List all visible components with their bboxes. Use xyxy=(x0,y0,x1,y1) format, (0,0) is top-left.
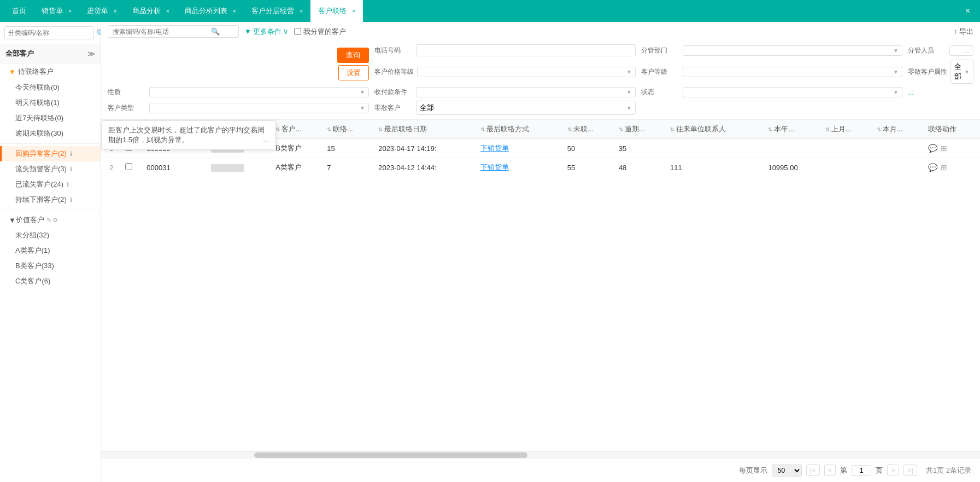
setting-button[interactable]: 设置 xyxy=(338,65,369,80)
col-uncontacted[interactable]: 未联... xyxy=(564,120,615,139)
col-overdue[interactable]: 逾期... xyxy=(615,120,667,139)
search-input[interactable] xyxy=(113,28,211,36)
nav-sales[interactable]: 销货单 × xyxy=(34,0,79,22)
manager-select[interactable]: ... xyxy=(949,45,973,56)
cust-grade-select[interactable]: ▼ xyxy=(683,67,902,77)
sidebar-item-churned[interactable]: 已流失客户(24) ℹ xyxy=(0,177,101,192)
sidebar-item-7days[interactable]: 近7天待联络(0) xyxy=(0,111,101,126)
retail-cust-arrow-icon: ▼ xyxy=(626,105,632,111)
value-settings-icon[interactable]: ⚙ xyxy=(52,217,58,224)
nav-product-analysis[interactable]: 商品分析 × xyxy=(125,0,177,22)
nav-customer-contact-close[interactable]: × xyxy=(352,8,355,14)
value-customers-label: 价值客户 xyxy=(16,215,44,225)
current-page-input[interactable] xyxy=(852,465,871,476)
sidebar-item-overdue[interactable]: 逾期未联络(30) xyxy=(0,126,101,141)
sidebar-search-area: 🔍 xyxy=(0,22,101,44)
query-button[interactable]: 查询 xyxy=(337,48,369,63)
sidebar-item-a-class[interactable]: A类客户(1) xyxy=(0,243,101,258)
nav-product-analysis-close[interactable]: × xyxy=(166,8,169,14)
col-contact-count[interactable]: 联络... xyxy=(324,120,375,139)
row-1-chat-icon[interactable]: 💬 xyxy=(928,144,937,153)
last-method-link-1[interactable]: 下销货单 xyxy=(480,144,509,152)
export-button[interactable]: ↑ 导出 xyxy=(954,27,974,37)
row-code-2: 000031 xyxy=(143,158,208,177)
dept-select[interactable]: ▼ xyxy=(683,45,902,56)
sidebar-item-churn-warning[interactable]: 流失预警客户(3) ℹ xyxy=(0,161,101,177)
status-arrow-icon: ▼ xyxy=(893,89,899,95)
nav-home[interactable]: 首页 xyxy=(4,0,34,22)
phone-input[interactable] xyxy=(416,44,636,56)
value-edit-icon[interactable]: ✎ xyxy=(46,217,51,224)
sidebar-group-value-customers[interactable]: ▼ 价值客户 ✎ ⚙ xyxy=(0,212,101,228)
nav-purchase[interactable]: 进货单 × xyxy=(79,0,125,22)
col-last-date[interactable]: 最后联络日期 xyxy=(375,120,477,139)
price-grade-select[interactable]: ▼ xyxy=(417,67,636,77)
prev-page-button[interactable]: < xyxy=(824,464,836,476)
cust-grade-arrow-icon: ▼ xyxy=(893,69,899,75)
filter-department: 分管部门 ▼ xyxy=(641,45,902,56)
retail-property-select[interactable]: 全部▼ xyxy=(950,60,973,84)
sidebar-item-today[interactable]: 今天待联络(0) xyxy=(0,80,101,95)
my-customers-checkbox-label[interactable]: 我分管的客户 xyxy=(294,27,346,37)
sidebar-item-tomorrow[interactable]: 明天待联络(1) xyxy=(0,95,101,111)
payment-select[interactable]: ▼ xyxy=(416,87,636,97)
retail-cust-select[interactable]: 全部▼ xyxy=(416,101,636,115)
col-last-month[interactable]: 上月... xyxy=(822,120,873,139)
sidebar-search-input[interactable] xyxy=(4,26,94,39)
sidebar-group-pending[interactable]: ▼ 待联络客户 xyxy=(0,63,101,80)
sidebar-item-ungrouped[interactable]: 未分组(32) xyxy=(0,228,101,243)
nav-customer-segment[interactable]: 客户分层经营 × xyxy=(244,0,310,22)
col-grade[interactable]: 客户... xyxy=(272,120,324,139)
filter-icon: ▼ xyxy=(244,27,251,36)
sidebar-search-button[interactable]: 🔍 xyxy=(96,29,101,37)
my-customers-checkbox[interactable] xyxy=(294,28,301,35)
nav-customer-segment-close[interactable]: × xyxy=(300,8,303,14)
scroll-thumb[interactable] xyxy=(254,452,527,458)
col-this-year[interactable]: 本年... xyxy=(765,120,821,139)
nav-product-list-close[interactable]: × xyxy=(233,8,236,14)
col-last-method[interactable]: 最后联络方式 xyxy=(477,120,564,139)
col-this-month[interactable]: 本月... xyxy=(873,120,925,139)
row-last-month-1 xyxy=(822,139,873,158)
manager-arrow-icon: ... xyxy=(965,48,970,54)
filter-customer-type: 客户类型 ▼ xyxy=(108,103,369,113)
col-contact2[interactable]: 往来单位联系人 xyxy=(667,120,765,139)
info-icon-churn: ℹ xyxy=(70,166,72,172)
sidebar-item-repurchase-abnormal[interactable]: 回购异常客户(2) ℹ xyxy=(0,146,101,161)
next-page-button[interactable]: > xyxy=(887,464,899,476)
triangle-icon: ▼ xyxy=(9,68,16,76)
row-2-checkbox[interactable] xyxy=(125,163,132,170)
more-conditions-button[interactable]: ▼ 更多条件 ∨ xyxy=(244,27,289,37)
nav-product-analysis-list[interactable]: 商品分析列表 × xyxy=(177,0,244,22)
row-2-grid-icon[interactable]: ⊞ xyxy=(941,163,947,172)
tooltip-close[interactable]: ... xyxy=(263,135,269,143)
nav-purchase-close[interactable]: × xyxy=(114,8,117,14)
horizontal-scrollbar[interactable] xyxy=(101,451,980,458)
nature-select[interactable]: ▼ xyxy=(149,87,369,97)
first-page-button[interactable]: |< xyxy=(806,464,820,476)
close-all-tabs[interactable]: × xyxy=(960,6,976,16)
search-icon[interactable]: 🔍 xyxy=(211,27,220,36)
cust-type-select[interactable]: ▼ xyxy=(149,103,369,113)
last-page-button[interactable]: >| xyxy=(903,464,917,476)
row-this-month-1 xyxy=(873,139,925,158)
sidebar-item-b-class[interactable]: B类客户(33) xyxy=(0,258,101,274)
nav-customer-contact[interactable]: 客户联络 × xyxy=(310,0,363,22)
sidebar-item-declining[interactable]: 持续下滑客户(2) ℹ xyxy=(0,192,101,207)
info-icon-repurchase: ℹ xyxy=(70,150,72,157)
filter-more: ... xyxy=(908,88,973,96)
more-filters-button[interactable]: ... xyxy=(908,88,914,96)
filter-customer-grade: 客户等级 ▼ xyxy=(641,67,902,77)
row-last-month-2 xyxy=(822,158,873,177)
nav-sales-close[interactable]: × xyxy=(68,8,72,14)
row-this-year-2: 10995.00 xyxy=(765,158,821,177)
row-1-grid-icon[interactable]: ⊞ xyxy=(941,144,947,153)
filter-bar-row1: 🔍 ▼ 更多条件 ∨ 我分管的客户 ↑ 导出 xyxy=(101,22,980,40)
status-select[interactable]: ▼ xyxy=(683,87,902,97)
payment-arrow-icon: ▼ xyxy=(626,89,632,95)
sidebar-item-c-class[interactable]: C类客户(6) xyxy=(0,274,101,289)
sidebar-collapse-btn[interactable]: ≫ xyxy=(87,50,95,58)
page-size-select[interactable]: 50 20 100 xyxy=(772,464,802,477)
row-2-chat-icon[interactable]: 💬 xyxy=(928,163,937,172)
last-method-link-2[interactable]: 下销货单 xyxy=(480,163,509,171)
